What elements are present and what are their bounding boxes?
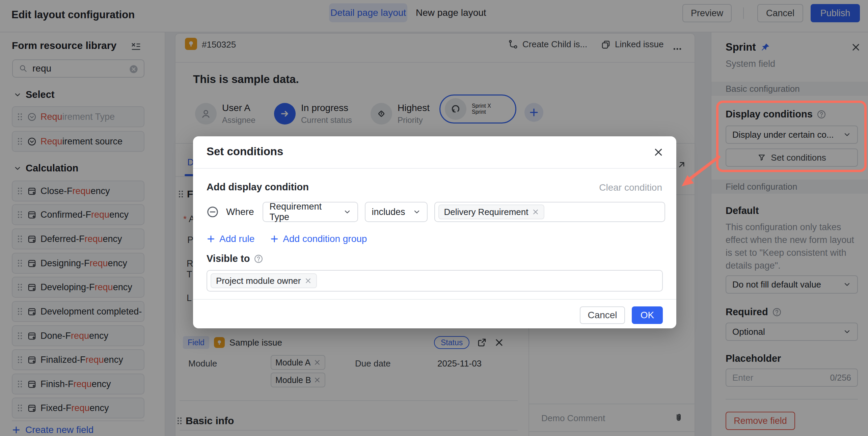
remove-tag-icon[interactable] [532,209,539,215]
edit-layout-configuration-screen: Edit layout configuration Detail page la… [0,0,868,436]
add-rule-link[interactable]: Add rule [207,234,254,244]
annotation-highlight-box [716,101,867,172]
question-icon[interactable] [254,254,263,264]
condition-value-input[interactable]: Delivery Requirement [434,202,665,222]
dialog-footer-divider [193,299,676,300]
condition-field-select[interactable]: Requirement Type [263,202,358,222]
add-display-condition-label: Add display condition [207,182,309,193]
plus-icon [207,235,215,243]
plus-icon [270,235,279,243]
visible-to-label: Visible to [207,253,263,264]
visible-to-tag: Project module owner [211,273,317,288]
clear-condition-link[interactable]: Clear condition [599,182,662,193]
close-icon[interactable] [653,147,663,157]
where-label: Where [226,207,254,217]
chevron-down-icon [343,208,351,216]
dialog-cancel-button[interactable]: Cancel [580,306,625,324]
set-conditions-dialog: Set conditions Add display condition Cle… [193,136,676,328]
visible-to-input[interactable]: Project module owner [207,270,663,292]
condition-row: Where Requirement Type includes Delivery… [207,202,665,222]
dialog-title: Set conditions [207,145,283,158]
dialog-ok-button[interactable]: OK [632,306,663,324]
add-condition-group-link[interactable]: Add condition group [270,234,367,244]
condition-links-row: Add rule Add condition group [207,234,367,244]
dialog-header-divider [193,168,676,169]
chevron-down-icon [413,208,421,216]
condition-operator-select[interactable]: includes [365,202,428,222]
annotation-arrow [672,148,732,196]
remove-tag-icon[interactable] [305,277,311,284]
value-tag: Delivery Requirement [438,205,544,219]
remove-condition-icon[interactable] [207,206,219,218]
